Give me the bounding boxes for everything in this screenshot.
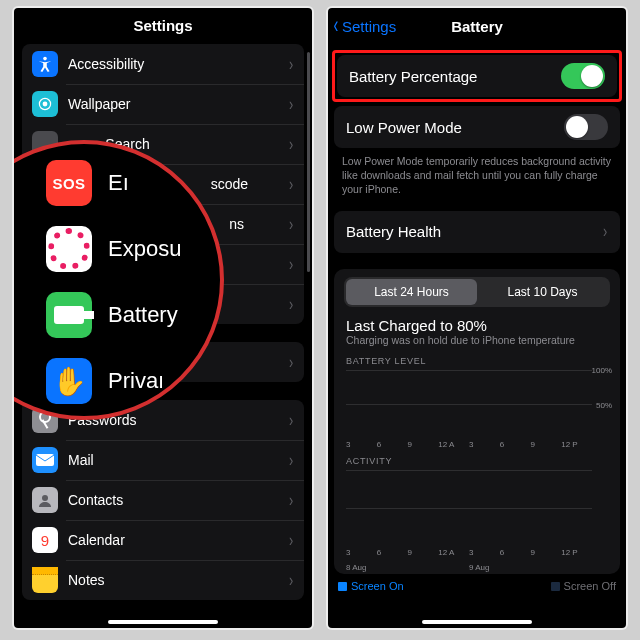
settings-group-2: Passwords › Mail › Contacts › 9 Calendar: [22, 400, 304, 600]
axis-50: 50%: [596, 401, 612, 410]
accessibility-icon: [32, 51, 58, 77]
row-accessibility[interactable]: Accessibility ›: [22, 44, 304, 84]
chevron-right-icon: ›: [289, 490, 293, 511]
nav-bar: ‹ Settings Battery: [328, 8, 626, 44]
axis-100: 100%: [592, 366, 612, 375]
legend-screen-on: Screen On: [338, 580, 404, 592]
row-label: Low Power Mode: [346, 119, 564, 136]
mail-icon: [32, 447, 58, 473]
lens-label: Battery: [108, 302, 178, 328]
row-mail[interactable]: Mail ›: [22, 440, 304, 480]
scrollbar[interactable]: [307, 52, 310, 272]
chevron-right-icon: ›: [289, 134, 293, 155]
notes-icon: [32, 567, 58, 593]
row-calendar[interactable]: 9 Calendar ›: [22, 520, 304, 560]
row-battery-health[interactable]: Battery Health ›: [334, 211, 620, 253]
svg-rect-3: [36, 454, 54, 466]
chevron-left-icon: ‹: [334, 11, 339, 39]
lens-row-exposure[interactable]: Exposu: [14, 216, 220, 282]
chevron-right-icon: ›: [289, 352, 293, 373]
chevron-right-icon: ›: [289, 214, 293, 235]
footnote-text: Low Power Mode temporarily reduces backg…: [328, 148, 626, 211]
chevron-right-icon: ›: [289, 94, 293, 115]
row-wallpaper[interactable]: Wallpaper ›: [22, 84, 304, 124]
back-label: Settings: [342, 18, 396, 35]
activity-title: ACTIVITY: [342, 456, 612, 470]
row-label: Mail: [68, 452, 288, 468]
home-indicator[interactable]: [422, 620, 532, 624]
svg-point-4: [42, 495, 48, 501]
activity-chart: 36912 A36912 P 8 Aug9 Aug: [342, 470, 612, 560]
lens-label: Exposu: [108, 236, 181, 262]
legend-row: Screen On Screen Off: [328, 574, 626, 592]
segmented-control[interactable]: Last 24 Hours Last 10 Days: [344, 277, 610, 307]
chevron-right-icon: ›: [603, 221, 607, 242]
seg-10d[interactable]: Last 10 Days: [477, 279, 608, 305]
hand-icon: ✋: [46, 358, 92, 404]
row-label: Contacts: [68, 492, 288, 508]
seg-24h[interactable]: Last 24 Hours: [346, 279, 477, 305]
battery-level-title: BATTERY LEVEL: [342, 356, 612, 370]
row-label: Calendar: [68, 532, 288, 548]
screenshot-right: ‹ Settings Battery Battery Percentage Lo…: [326, 6, 628, 630]
svg-point-0: [43, 57, 47, 61]
row-contacts[interactable]: Contacts ›: [22, 480, 304, 520]
svg-point-2: [43, 102, 48, 107]
row-battery-percentage[interactable]: Battery Percentage: [337, 55, 617, 97]
row-label: Wallpaper: [68, 96, 288, 112]
calendar-icon: 9: [32, 527, 58, 553]
toggle-low-power[interactable]: [564, 114, 608, 140]
usage-card: Last 24 Hours Last 10 Days Last Charged …: [334, 269, 620, 574]
chevron-right-icon: ›: [289, 174, 293, 195]
row-label: Accessibility: [68, 56, 288, 72]
home-indicator[interactable]: [108, 620, 218, 624]
chevron-right-icon: ›: [289, 410, 293, 431]
screenshot-left: Settings Accessibility › Wallpaper › Sir…: [12, 6, 314, 630]
sos-icon: SOS: [46, 160, 92, 206]
toggle-battery-percentage[interactable]: [561, 63, 605, 89]
row-label: Battery Health: [346, 223, 602, 240]
lens-label: Privaı: [108, 368, 164, 394]
chevron-right-icon: ›: [289, 450, 293, 471]
row-notes[interactable]: Notes ›: [22, 560, 304, 600]
callout-highlight: Battery Percentage: [332, 50, 622, 102]
row-label: Battery Percentage: [349, 68, 561, 85]
battery-icon: [46, 292, 92, 338]
chevron-right-icon: ›: [289, 254, 293, 275]
charge-title: Last Charged to 80%: [342, 317, 612, 334]
row-low-power[interactable]: Low Power Mode: [334, 106, 620, 148]
settings-title: Settings: [14, 8, 312, 44]
exposure-icon: [46, 226, 92, 272]
back-button[interactable]: ‹ Settings: [328, 13, 396, 39]
lens-row-battery[interactable]: Battery: [14, 282, 220, 348]
charge-subtitle: Charging was on hold due to iPhone tempe…: [342, 334, 612, 356]
legend-screen-off: Screen Off: [551, 580, 616, 592]
wallpaper-icon: [32, 91, 58, 117]
row-label: Notes: [68, 572, 288, 588]
lens-label: Eı: [108, 170, 129, 196]
chevron-right-icon: ›: [289, 570, 293, 591]
battery-level-chart: 100% 50% 36912 A36912 P: [342, 370, 612, 452]
contacts-icon: [32, 487, 58, 513]
chevron-right-icon: ›: [289, 530, 293, 551]
chevron-right-icon: ›: [289, 54, 293, 75]
chevron-right-icon: ›: [289, 294, 293, 315]
